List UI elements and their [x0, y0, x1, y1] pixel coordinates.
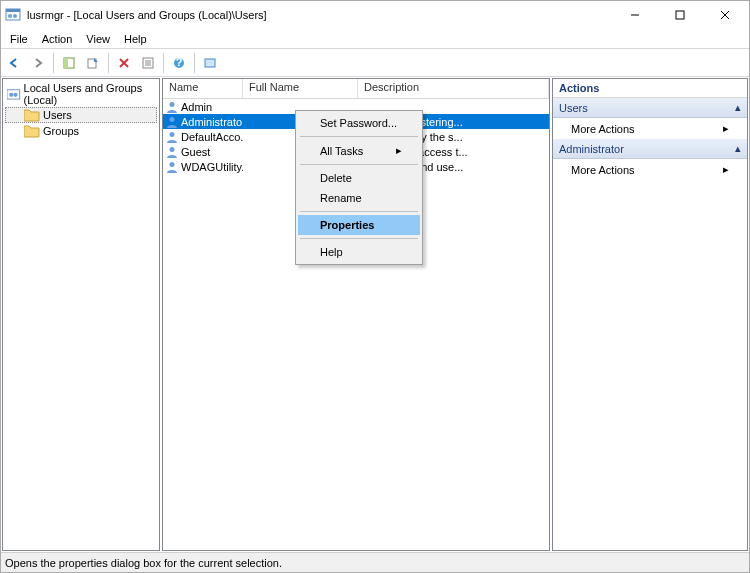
actions-item-label: More Actions [571, 164, 635, 176]
context-menu-item-delete[interactable]: Delete [298, 168, 420, 188]
user-name: Admin [181, 101, 212, 113]
context-menu-separator [300, 164, 418, 165]
menu-help[interactable]: Help [117, 31, 154, 47]
svg-rect-20 [7, 90, 20, 99]
folder-icon [24, 124, 40, 138]
user-name: Administrator [181, 116, 243, 128]
show-hide-tree-button[interactable] [58, 52, 80, 74]
toolbar-separator [53, 53, 54, 73]
toolbar-separator [108, 53, 109, 73]
statusbar-text: Opens the properties dialog box for the … [5, 557, 282, 569]
forward-button[interactable] [27, 52, 49, 74]
cell-name: Admin [163, 100, 243, 114]
svg-text:?: ? [176, 56, 183, 68]
help-button[interactable]: ? [168, 52, 190, 74]
cell-name: WDAGUtility... [163, 160, 243, 174]
svg-point-24 [170, 117, 175, 122]
context-menu-item-label: Set Password... [320, 117, 397, 129]
context-menu-item-help[interactable]: Help [298, 242, 420, 262]
users-groups-icon [7, 87, 21, 101]
actions-section-title: Administrator [559, 143, 624, 155]
context-menu-item-label: Rename [320, 192, 362, 204]
window-title: lusrmgr - [Local Users and Groups (Local… [27, 9, 612, 21]
tree-node-groups[interactable]: Groups [5, 123, 157, 139]
actions-item-label: More Actions [571, 123, 635, 135]
collapse-icon: ▴ [735, 142, 741, 155]
menu-action[interactable]: Action [35, 31, 80, 47]
cell-name: DefaultAcco... [163, 130, 243, 144]
tree-node-users[interactable]: Users [5, 107, 157, 123]
svg-point-22 [13, 93, 17, 97]
svg-rect-9 [64, 58, 68, 68]
actions-section-title: Users [559, 102, 588, 114]
svg-point-27 [170, 162, 175, 167]
toolbar-separator [163, 53, 164, 73]
column-header-name[interactable]: Name [163, 79, 243, 98]
tree-root[interactable]: Local Users and Groups (Local) [5, 81, 157, 107]
context-menu-item-properties[interactable]: Properties [298, 215, 420, 235]
user-name: DefaultAcco... [181, 131, 243, 143]
tree-node-label: Groups [43, 125, 79, 137]
svg-point-26 [170, 147, 175, 152]
context-menu-separator [300, 238, 418, 239]
svg-rect-1 [6, 9, 20, 12]
toolbar: ? [1, 49, 749, 77]
minimize-button[interactable] [612, 1, 657, 29]
menu-view[interactable]: View [79, 31, 117, 47]
export-list-button[interactable] [82, 52, 104, 74]
delete-button[interactable] [113, 52, 135, 74]
tree-panel: Local Users and Groups (Local) Users Gro… [2, 78, 160, 551]
titlebar: lusrmgr - [Local Users and Groups (Local… [1, 1, 749, 29]
collapse-icon: ▴ [735, 101, 741, 114]
svg-point-23 [170, 102, 175, 107]
svg-point-25 [170, 132, 175, 137]
context-menu: Set Password...All Tasks▸DeleteRenamePro… [295, 110, 423, 265]
context-menu-separator [300, 211, 418, 212]
svg-rect-5 [676, 11, 684, 19]
menubar: File Action View Help [1, 29, 749, 49]
context-menu-item-label: Delete [320, 172, 352, 184]
context-menu-item-label: Help [320, 246, 343, 258]
statusbar: Opens the properties dialog box for the … [1, 552, 749, 572]
context-menu-item-label: All Tasks [320, 145, 363, 157]
svg-point-21 [9, 93, 13, 97]
user-name: Guest [181, 146, 210, 158]
user-name: WDAGUtility... [181, 161, 243, 173]
actions-item-more-actions-admin[interactable]: More Actions ▸ [553, 159, 747, 180]
svg-point-2 [8, 14, 12, 18]
context-menu-item-label: Properties [320, 219, 374, 231]
submenu-arrow-icon: ▸ [723, 163, 729, 176]
svg-point-3 [13, 14, 17, 18]
menu-file[interactable]: File [3, 31, 35, 47]
maximize-button[interactable] [657, 1, 702, 29]
folder-icon [24, 108, 40, 122]
column-header-fullname[interactable]: Full Name [243, 79, 358, 98]
refresh-button[interactable] [199, 52, 221, 74]
context-menu-separator [300, 136, 418, 137]
context-menu-item-rename[interactable]: Rename [298, 188, 420, 208]
actions-section-administrator[interactable]: Administrator ▴ [553, 139, 747, 159]
submenu-arrow-icon: ▸ [723, 122, 729, 135]
cell-name: Guest [163, 145, 243, 159]
actions-item-more-actions-users[interactable]: More Actions ▸ [553, 118, 747, 139]
tree-node-label: Users [43, 109, 72, 121]
back-button[interactable] [3, 52, 25, 74]
toolbar-separator [194, 53, 195, 73]
cell-name: Administrator [163, 115, 243, 129]
actions-panel: Actions Users ▴ More Actions ▸ Administr… [552, 78, 748, 551]
tree-root-label: Local Users and Groups (Local) [24, 82, 155, 106]
properties-button[interactable] [137, 52, 159, 74]
submenu-arrow-icon: ▸ [396, 144, 402, 157]
context-menu-item-all-tasks[interactable]: All Tasks▸ [298, 140, 420, 161]
actions-section-users[interactable]: Users ▴ [553, 98, 747, 118]
svg-rect-19 [205, 59, 215, 67]
context-menu-item-set-password[interactable]: Set Password... [298, 113, 420, 133]
app-icon [5, 7, 21, 23]
close-button[interactable] [702, 1, 747, 29]
column-header-description[interactable]: Description [358, 79, 549, 98]
list-header: Name Full Name Description [163, 79, 549, 99]
actions-header: Actions [553, 79, 747, 98]
